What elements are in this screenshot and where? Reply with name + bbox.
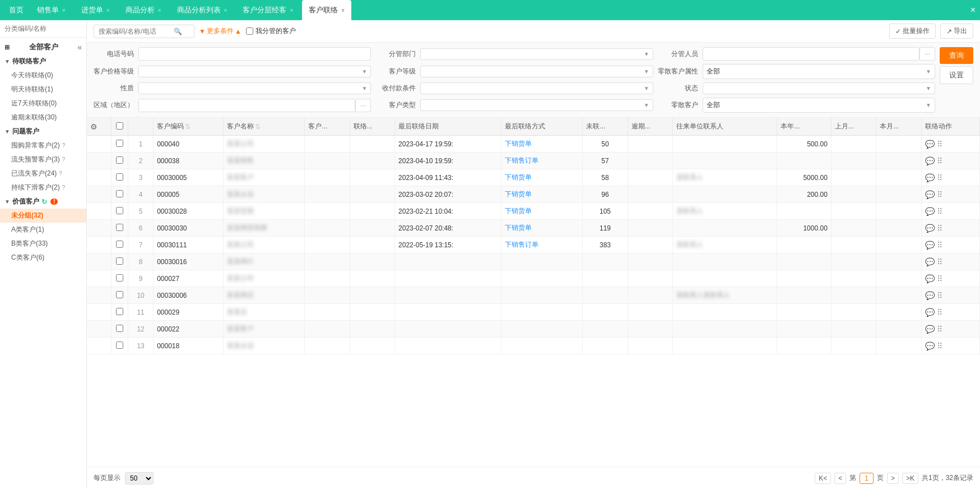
region-input[interactable] (138, 99, 355, 112)
more-icon[interactable]: ⠿ (937, 207, 942, 216)
sidebar-item-churn-risk[interactable]: 流失预警客户(3)? (0, 153, 86, 167)
row-checkbox[interactable] (116, 140, 123, 147)
row-checkbox[interactable] (116, 241, 123, 248)
contact-method-link[interactable]: 下销货单 (505, 140, 532, 147)
customer-type-select[interactable]: ▼ (420, 99, 653, 111)
row-checkbox[interactable] (116, 308, 123, 315)
chat-icon[interactable]: 💬 (925, 257, 935, 266)
sidebar-item-near7[interactable]: 近7天待联络(0) (0, 96, 86, 110)
staff-more-btn[interactable]: ··· (919, 47, 935, 61)
more-icon[interactable]: ⠿ (937, 257, 942, 266)
chat-icon[interactable]: 💬 (925, 308, 935, 317)
chat-icon[interactable]: 💬 (925, 140, 935, 149)
contact-method-link[interactable]: 下销售订单 (505, 156, 538, 164)
prev-page-button[interactable]: < (834, 473, 846, 484)
retail-attr-select[interactable]: 全部 ▼ (703, 64, 935, 79)
chat-icon[interactable]: 💬 (925, 291, 935, 300)
current-page[interactable]: 1 (860, 473, 874, 484)
more-icon[interactable]: ⠿ (937, 342, 942, 350)
close-purchase-tab[interactable]: × (106, 7, 110, 13)
staff-input[interactable] (703, 47, 919, 61)
contact-method-link[interactable]: 下销货单 (505, 190, 532, 198)
more-icon[interactable]: ⠿ (937, 156, 942, 165)
retail-customer-select[interactable]: 全部 ▼ (703, 98, 935, 113)
batch-operations-button[interactable]: ✓ 批量操作 (889, 24, 936, 39)
close-analysis-list-tab[interactable]: × (224, 7, 227, 13)
nav-tab-home[interactable]: 首页 (4, 0, 28, 20)
row-checkbox[interactable] (116, 274, 123, 282)
chat-icon[interactable]: 💬 (925, 342, 935, 350)
more-icon[interactable]: ⠿ (937, 325, 942, 334)
sidebar-item-ungraded[interactable]: 未分组(32) (0, 209, 86, 223)
close-analysis-tab[interactable]: × (158, 7, 161, 13)
search-input[interactable] (99, 27, 171, 35)
sidebar-all-customers[interactable]: ⊞ 全部客户 « (0, 38, 86, 54)
sidebar-group-problem[interactable]: ▼ 问题客户 (0, 124, 86, 139)
price-level-select[interactable]: ▼ (138, 66, 371, 77)
nav-tab-analysis-list[interactable]: 商品分析列表 × (170, 0, 234, 20)
next-page-button[interactable]: > (887, 473, 899, 484)
contact-method-link[interactable]: 下销货单 (505, 224, 532, 232)
more-icon[interactable]: ⠿ (937, 241, 942, 250)
row-checkbox[interactable] (116, 342, 123, 349)
more-icon[interactable]: ⠿ (937, 291, 942, 300)
sidebar-collapse-icon[interactable]: « (77, 43, 82, 52)
row-checkbox[interactable] (116, 207, 123, 214)
nav-tab-customer-segment[interactable]: 客户分层经客 × (236, 0, 300, 20)
query-button[interactable]: 查询 (940, 47, 973, 64)
sidebar-group-pending[interactable]: ▼ 待联络客户 (0, 54, 86, 68)
first-page-button[interactable]: K< (815, 473, 831, 484)
contact-method-link[interactable]: 下销售订单 (505, 241, 538, 248)
row-checkbox[interactable] (116, 156, 123, 164)
nav-tab-customer-contact[interactable]: 客户联络 × (302, 0, 351, 20)
chat-icon[interactable]: 💬 (925, 156, 935, 165)
sidebar-item-today[interactable]: 今天待联络(0) (0, 68, 86, 82)
row-checkbox[interactable] (116, 291, 123, 298)
name-col-header[interactable]: 客户名称⇅ (223, 118, 304, 136)
chat-icon[interactable]: 💬 (925, 241, 935, 250)
my-customers-checkbox[interactable]: 我分管的客户 (246, 26, 296, 36)
row-checkbox[interactable] (116, 325, 123, 332)
row-checkbox[interactable] (116, 173, 123, 181)
customer-level-select[interactable]: ▼ (420, 66, 653, 77)
table-settings-icon[interactable]: ⚙ (90, 122, 97, 131)
row-checkbox[interactable] (116, 190, 123, 197)
contact-method-link[interactable]: 下销货单 (505, 207, 532, 215)
nav-tab-analysis[interactable]: 商品分析 × (119, 0, 168, 20)
sidebar-search-input[interactable] (4, 25, 87, 33)
sidebar-item-abnormal[interactable]: 囤购异常客户(2)? (0, 139, 86, 153)
chat-icon[interactable]: 💬 (925, 274, 935, 283)
more-icon[interactable]: ⠿ (937, 140, 942, 149)
close-customer-segment-tab[interactable]: × (290, 7, 293, 13)
export-button[interactable]: ↗ 导出 (940, 24, 973, 39)
sidebar-item-b-class[interactable]: B类客户(33) (0, 237, 86, 251)
more-icon[interactable]: ⠿ (937, 173, 942, 182)
page-size-select[interactable]: 50 100 200 (125, 472, 154, 485)
reset-button[interactable]: 设置 (940, 66, 973, 84)
more-icon[interactable]: ⠿ (937, 274, 942, 283)
sidebar-item-c-class[interactable]: C类客户(6) (0, 251, 86, 265)
gender-select[interactable]: ▼ (138, 82, 371, 94)
region-more-btn[interactable]: ··· (355, 99, 371, 112)
close-customer-contact-tab[interactable]: × (341, 7, 345, 13)
chat-icon[interactable]: 💬 (925, 190, 935, 199)
refresh-icon[interactable]: ↻ (41, 198, 47, 206)
close-sales-tab[interactable]: × (62, 7, 66, 13)
phone-input[interactable] (138, 47, 371, 61)
more-conditions-button[interactable]: ▼ 更多条件 ▲ (199, 26, 241, 36)
more-icon[interactable]: ⠿ (937, 224, 942, 233)
nav-tab-purchase[interactable]: 进货单 × (75, 0, 117, 20)
code-col-header[interactable]: 客户编码⇅ (154, 118, 224, 136)
my-customers-checkbox-input[interactable] (246, 27, 253, 35)
search-icon[interactable]: 🔍 (174, 27, 182, 35)
sidebar-item-overdue[interactable]: 逾期未联络(30) (0, 110, 86, 124)
last-page-button[interactable]: >K (902, 473, 918, 484)
row-checkbox[interactable] (116, 257, 123, 265)
more-icon[interactable]: ⠿ (937, 190, 942, 199)
row-checkbox[interactable] (116, 224, 123, 231)
select-all-checkbox[interactable] (116, 122, 123, 130)
status-select[interactable]: ▼ (703, 82, 935, 94)
dept-select[interactable]: ▼ (420, 48, 653, 60)
chat-icon[interactable]: 💬 (925, 224, 935, 233)
sidebar-item-a-class[interactable]: A类客户(1) (0, 223, 86, 237)
